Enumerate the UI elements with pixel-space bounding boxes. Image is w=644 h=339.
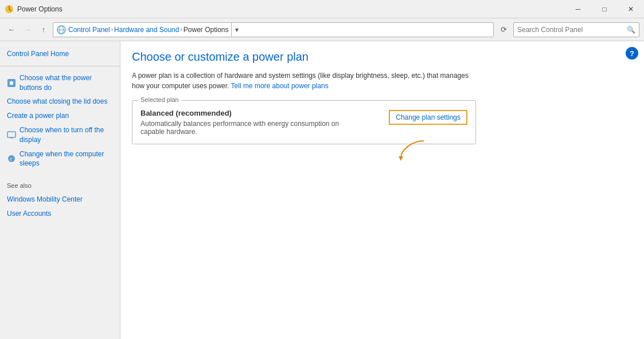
plan-row: Balanced (recommended) Automatically bal… [140,109,467,136]
search-box: 🔍 [513,22,639,37]
breadcrumb-sep-2: › [180,26,182,33]
plan-description: Automatically balances performance with … [140,120,358,136]
window-controls: ─ □ ✕ [565,0,644,18]
selected-plan-fieldset: Selected plan Balanced (recommended) Aut… [132,100,476,144]
sidebar-link-close-lid[interactable]: Choose what closing the lid does [0,94,120,109]
content-area: ? Choose or customize a power plan A pow… [120,41,644,339]
sidebar-link-computer-sleeps[interactable]: z Change when the computer sleeps [0,147,120,171]
plan-name: Balanced (recommended) [140,109,358,117]
window-title: Power Options [17,5,63,13]
address-field: Control Panel › Hardware and Sound › Pow… [53,22,494,37]
app-icon [5,5,14,14]
plan-info: Balanced (recommended) Automatically bal… [140,109,358,136]
breadcrumb-hardware-sound[interactable]: Hardware and Sound [114,26,179,34]
see-also-title: See also [7,182,113,189]
help-button[interactable]: ? [626,47,638,60]
address-bar: ← → ↑ Control Panel › Hardware and Sound… [0,18,644,41]
change-plan-settings-button[interactable]: Change plan settings [389,110,467,125]
minimize-button[interactable]: ─ [565,0,591,18]
power-button-icon [7,78,16,88]
sidebar-label-user-accounts: User Accounts [7,209,51,219]
display-icon [7,131,16,140]
svg-marker-10 [399,156,403,161]
address-dropdown-button[interactable]: ▾ [231,22,243,37]
sleep-icon: z [7,154,16,163]
sidebar-home-link[interactable]: Control Panel Home [0,47,120,61]
main-area: Control Panel Home Choose what the power… [0,41,644,339]
globe-icon [57,25,66,34]
search-input[interactable] [517,26,625,34]
learn-more-link[interactable]: Tell me more about power plans [231,82,329,90]
sidebar-link-create-plan[interactable]: Create a power plan [0,109,120,123]
refresh-button[interactable]: ⟳ [496,22,511,37]
maximize-button[interactable]: □ [591,0,618,18]
sidebar-label-turn-off-display: Choose when to turn off the display [19,125,113,145]
sidebar-link-power-buttons[interactable]: Choose what the power buttons do [0,71,120,95]
forward-button[interactable]: → [21,23,34,37]
svg-text:z: z [10,156,12,161]
sidebar-label-computer-sleeps: Change when the computer sleeps [19,149,113,169]
sidebar-label-close-lid: Choose what closing the lid does [7,97,107,107]
plan-container: Selected plan Balanced (recommended) Aut… [132,100,476,144]
sidebar-label-mobility-center: Windows Mobility Center [7,195,83,204]
breadcrumb: Control Panel › Hardware and Sound › Pow… [68,26,229,34]
sidebar-home-label: Control Panel Home [7,49,69,59]
sidebar-link-turn-off-display[interactable]: Choose when to turn off the display [0,123,120,147]
svg-rect-6 [7,132,15,137]
sidebar-label-create-plan: Create a power plan [7,111,69,121]
breadcrumb-control-panel[interactable]: Control Panel [68,26,110,34]
see-also-section: See also Windows Mobility Center User Ac… [0,182,120,221]
title-bar: Power Options ─ □ ✕ [0,0,644,18]
selected-plan-label: Selected plan [138,96,181,103]
back-button[interactable]: ← [5,23,18,37]
sidebar-label-power-buttons: Choose what the power buttons do [19,73,113,93]
arrow-annotation [395,138,430,161]
up-button[interactable]: ↑ [37,23,50,37]
sidebar: Control Panel Home Choose what the power… [0,41,120,339]
close-button[interactable]: ✕ [618,0,644,18]
page-title: Choose or customize a power plan [132,50,633,64]
search-icon: 🔍 [627,26,635,34]
svg-point-5 [9,81,14,85]
sidebar-link-mobility-center[interactable]: Windows Mobility Center [7,192,113,207]
description-text: A power plan is a collection of hardware… [132,70,476,91]
sidebar-link-user-accounts[interactable]: User Accounts [7,207,113,221]
breadcrumb-power-options: Power Options [184,26,229,34]
breadcrumb-sep-1: › [111,26,113,33]
